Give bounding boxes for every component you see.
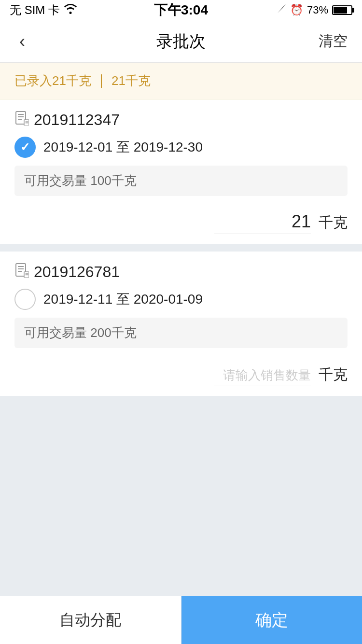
location-icon xyxy=(278,3,286,17)
svg-rect-8 xyxy=(18,266,24,267)
qty-unit-2: 千克 xyxy=(319,365,348,385)
bottom-bar: 自动分配 确定 xyxy=(0,596,362,644)
qty-input-2[interactable] xyxy=(214,364,311,386)
status-left: 无 SIM 卡 xyxy=(10,2,77,18)
batch-header-1: ☰ 2019112347 xyxy=(0,99,362,133)
qty-row-1: 千克 xyxy=(0,204,362,244)
carrier-text: 无 SIM 卡 xyxy=(10,2,60,18)
batch-header-2: ☰ 2019126781 xyxy=(0,252,362,285)
svg-text:☰: ☰ xyxy=(25,273,28,277)
battery-percent: 73% xyxy=(307,4,328,16)
summary-label: 已录入21千克 xyxy=(14,72,91,89)
empty-area xyxy=(0,396,362,596)
summary-value: 21千克 xyxy=(111,72,151,89)
nav-bar: ‹ 录批次 清空 xyxy=(0,20,362,63)
batch-row-2[interactable]: 2019-12-11 至 2020-01-09 xyxy=(0,285,362,314)
batch-dates-1: 2019-12-01 至 2019-12-30 xyxy=(43,138,203,156)
back-button[interactable]: ‹ xyxy=(14,27,30,56)
svg-text:☰: ☰ xyxy=(25,121,28,125)
status-time: 下午3:04 xyxy=(154,1,208,19)
batch-card-2: ☰ 2019126781 2019-12-11 至 2020-01-09 可用交… xyxy=(0,252,362,396)
svg-rect-3 xyxy=(18,116,24,117)
card-divider xyxy=(0,244,362,252)
svg-rect-2 xyxy=(18,114,24,115)
battery-icon xyxy=(332,5,352,15)
radio-2[interactable] xyxy=(14,289,36,310)
qty-input-1[interactable] xyxy=(214,211,311,234)
radio-1[interactable]: ✓ xyxy=(14,137,36,158)
svg-marker-0 xyxy=(278,3,286,13)
qty-unit-1: 千克 xyxy=(319,213,348,233)
check-icon-1: ✓ xyxy=(20,140,30,154)
svg-rect-10 xyxy=(18,271,22,272)
summary-divider xyxy=(101,74,102,88)
batch-card-1: ☰ 2019112347 ✓ 2019-12-01 至 2019-12-30 可… xyxy=(0,99,362,244)
status-bar: 无 SIM 卡 下午3:04 ⏰ 73% xyxy=(0,0,362,20)
batch-id-1: 2019112347 xyxy=(34,111,120,129)
batch-id-2: 2019126781 xyxy=(34,263,120,281)
qty-row-2: 千克 xyxy=(0,356,362,396)
available-qty-2: 可用交易量 200千克 xyxy=(14,318,348,348)
doc-icon-2: ☰ xyxy=(14,263,29,281)
confirm-button[interactable]: 确定 xyxy=(181,596,362,644)
svg-rect-9 xyxy=(18,268,24,269)
batch-row-1[interactable]: ✓ 2019-12-01 至 2019-12-30 xyxy=(0,133,362,162)
svg-rect-4 xyxy=(18,119,22,120)
summary-bar: 已录入21千克 21千克 xyxy=(0,63,362,99)
batch-dates-2: 2019-12-11 至 2020-01-09 xyxy=(43,290,203,308)
auto-distribute-button[interactable]: 自动分配 xyxy=(0,596,181,644)
page-title: 录批次 xyxy=(156,30,206,53)
doc-icon-1: ☰ xyxy=(14,111,29,129)
alarm-icon: ⏰ xyxy=(290,4,303,16)
status-right: ⏰ 73% xyxy=(278,3,352,17)
clear-button[interactable]: 清空 xyxy=(319,31,348,51)
wifi-icon xyxy=(64,3,77,17)
available-qty-1: 可用交易量 100千克 xyxy=(14,166,348,196)
